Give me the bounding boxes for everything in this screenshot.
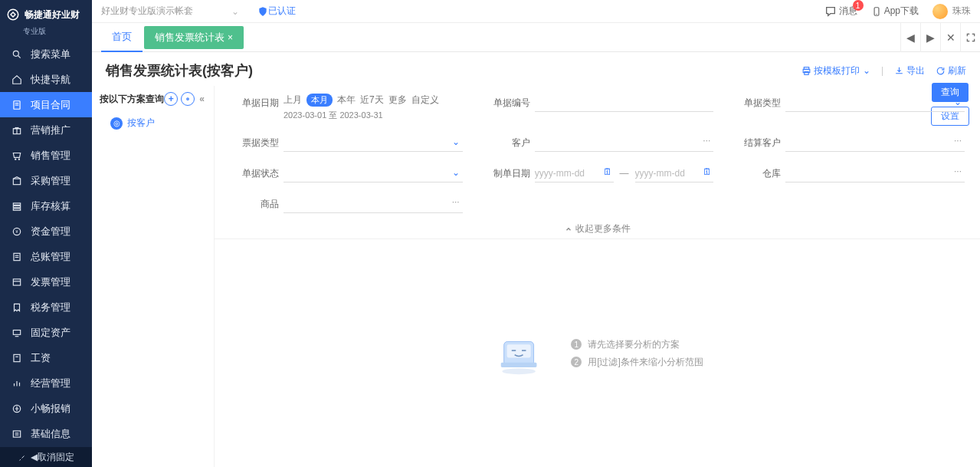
doc-status-select[interactable] — [284, 164, 463, 183]
doc-no-input[interactable] — [535, 94, 714, 112]
preset-this-month[interactable]: 本月 — [306, 94, 333, 107]
label-customer: 客户 — [481, 133, 530, 150]
svg-point-38 — [187, 98, 189, 100]
scheme-panel: 按以下方案查询 + « ◎ 按客户 — [92, 86, 215, 467]
target-icon: ◎ — [110, 117, 123, 130]
sidebar-item-project-contract[interactable]: 项目合同 — [0, 92, 92, 117]
expense-icon — [11, 403, 23, 415]
svg-rect-11 — [13, 202, 20, 204]
svg-line-2 — [18, 55, 21, 58]
sidebar-item-sales[interactable]: 销售管理 — [0, 143, 92, 168]
tab-sales-invoice-stats[interactable]: 销售发票统计表 × — [144, 26, 244, 49]
app-download-button[interactable]: App下载 — [871, 5, 919, 18]
tab-close-all[interactable]: ✕ — [940, 23, 960, 52]
brand-logo: 畅捷通好业财 — [0, 0, 92, 29]
sidebar-item-quicknav[interactable]: 快捷导航 — [0, 67, 92, 92]
scheme-add-button[interactable]: + — [164, 92, 178, 106]
calendar-icon[interactable]: 🗓 — [603, 166, 612, 177]
preset-this-year[interactable]: 本年 — [337, 94, 356, 107]
invoice-icon — [11, 276, 23, 288]
ledger-icon — [11, 251, 23, 263]
sidebar-unpin[interactable]: ◀取消固定 — [0, 447, 92, 467]
sidebar-item-inventory[interactable]: 库存核算 — [0, 193, 92, 219]
chevron-down-icon: ⌄ — [452, 167, 460, 178]
sidebar-item-purchase[interactable]: 采购管理 — [0, 168, 92, 193]
more-icon[interactable]: ··· — [954, 166, 962, 176]
more-icon[interactable]: ··· — [452, 196, 460, 207]
more-icon[interactable]: ··· — [954, 135, 962, 146]
empty-step-2: 2用[过滤]条件来缩小分析范围 — [571, 356, 703, 369]
invoice-type-select[interactable] — [284, 133, 463, 152]
tab-home[interactable]: 首页 — [101, 23, 143, 52]
chevron-down-icon: ⌄ — [452, 136, 460, 147]
box-icon — [11, 175, 23, 187]
tab-fullscreen[interactable] — [960, 23, 980, 52]
calendar-icon[interactable]: 🗓 — [703, 166, 712, 177]
chevron-up-icon — [565, 225, 572, 233]
messages-button[interactable]: 消息 1 — [824, 5, 857, 18]
sidebar-item-fixed-assets[interactable]: 固定资产 — [0, 320, 92, 345]
info-icon — [11, 428, 23, 440]
sidebar-item-tax[interactable]: 税务管理 — [0, 294, 92, 320]
maker-date-to[interactable] — [635, 164, 714, 183]
sidebar-item-salary[interactable]: 工资 — [0, 345, 92, 370]
scheme-item-by-customer[interactable]: ◎ 按客户 — [110, 117, 206, 130]
search-icon — [11, 48, 23, 61]
tax-icon — [11, 301, 23, 314]
scheme-settings-button[interactable] — [181, 92, 195, 106]
preset-custom[interactable]: 自定义 — [411, 94, 439, 107]
user-menu[interactable]: 珠珠 — [932, 4, 971, 19]
sidebar-item-expense[interactable]: 小畅报销 — [0, 396, 92, 421]
brand-icon — [6, 8, 20, 21]
label-warehouse: 仓库 — [732, 164, 781, 180]
sidebar-item-funds[interactable]: ¥资金管理 — [0, 219, 92, 244]
date-presets: 上月 本月 本年 近7天 更多 自定义 — [284, 94, 463, 107]
maker-date-from[interactable] — [535, 164, 614, 183]
warehouse-input[interactable] — [785, 164, 965, 183]
cart-icon — [11, 150, 23, 162]
svg-text:¥: ¥ — [16, 229, 18, 233]
sidebar-item-search[interactable]: 搜索菜单 — [0, 41, 92, 67]
svg-rect-13 — [13, 208, 20, 209]
refresh-button[interactable]: 刷新 — [936, 64, 966, 77]
label-doc-status: 单据状态 — [230, 164, 279, 180]
tab-prev[interactable]: ◀ — [900, 23, 920, 52]
brand-sub: 专业版 — [0, 26, 92, 41]
label-doc-no: 单据编号 — [481, 94, 530, 110]
sidebar-item-basic-info[interactable]: 基础信息 — [0, 421, 92, 446]
goods-input[interactable] — [284, 195, 463, 213]
coin-icon: ¥ — [11, 225, 23, 238]
chevron-down-icon: ⌄ — [231, 6, 239, 17]
stack-icon — [11, 200, 23, 212]
svg-point-8 — [15, 159, 16, 160]
sidebar-item-invoice[interactable]: 发票管理 — [0, 269, 92, 294]
verified-badge: 已认证 — [257, 5, 296, 18]
print-template-button[interactable]: 按模板打印 ⌄ — [801, 64, 870, 77]
settle-customer-input[interactable] — [785, 133, 965, 152]
collapse-more-conditions[interactable]: 收起更多条件 — [215, 213, 980, 239]
close-icon[interactable]: × — [228, 32, 233, 43]
preset-more[interactable]: 更多 — [388, 94, 407, 107]
expand-icon — [965, 32, 976, 43]
print-icon — [801, 66, 811, 76]
export-button[interactable]: 导出 — [894, 64, 925, 77]
shield-icon — [257, 6, 268, 17]
salary-icon — [11, 352, 23, 364]
scheme-title: 按以下方案查询 — [100, 93, 164, 106]
sidebar: 畅捷通好业财 专业版 搜索菜单 快捷导航 项目合同 营销推广 销售管理 采购管理… — [0, 0, 92, 467]
customer-input[interactable] — [535, 133, 714, 152]
chart-icon — [11, 377, 23, 390]
sidebar-item-ledger[interactable]: 总账管理 — [0, 244, 92, 269]
label-invoice-type: 票据类型 — [230, 133, 279, 150]
sidebar-item-business[interactable]: 经营管理 — [0, 370, 92, 396]
tab-next[interactable]: ▶ — [920, 23, 940, 52]
doc-type-select[interactable] — [785, 94, 965, 112]
sidebar-item-marketing[interactable]: 营销推广 — [0, 117, 92, 143]
scheme-collapse-button[interactable]: « — [198, 94, 206, 104]
more-icon[interactable]: ··· — [703, 135, 710, 146]
label-maker-date: 制单日期 — [481, 164, 530, 180]
account-selector[interactable]: 好业财专业版演示帐套 ⌄ — [101, 5, 239, 18]
svg-point-1 — [13, 51, 18, 56]
preset-last-month[interactable]: 上月 — [284, 94, 302, 107]
preset-last-7d[interactable]: 近7天 — [360, 94, 384, 107]
